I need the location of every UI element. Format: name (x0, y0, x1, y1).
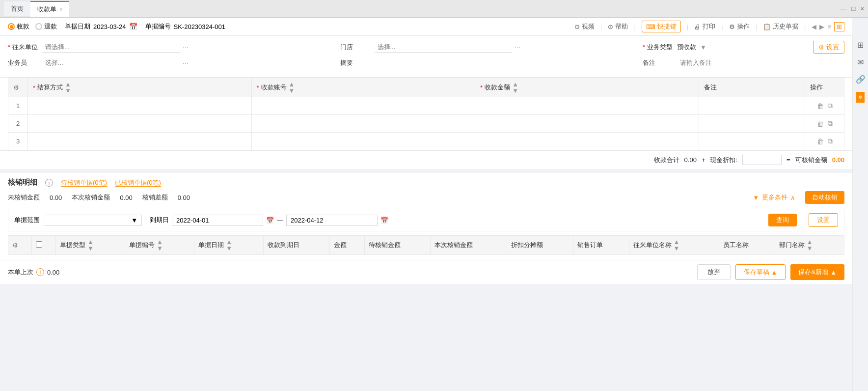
delete-row-2-icon[interactable]: 🗑 (817, 120, 824, 128)
panel-table-icon[interactable]: ⊞ (857, 40, 864, 50)
account-cell-1[interactable] (251, 97, 475, 115)
bottom-table-settings-icon[interactable]: ⚙ (12, 242, 18, 249)
bth-pending-amount: 待核销金额 (364, 236, 431, 255)
account-cell-3[interactable] (251, 133, 475, 150)
filter-settings-btn[interactable]: 设置 (809, 213, 838, 227)
operation-icon: ⚙ (729, 23, 735, 30)
remark-input[interactable] (677, 57, 814, 68)
settlement-cell-3[interactable] (28, 133, 252, 150)
panel-screenshot-icon[interactable]: ⌖ (856, 92, 865, 103)
counterpart-more-btn[interactable]: ··· (180, 43, 191, 51)
bth-discount: 折扣分摊额 (507, 236, 573, 255)
help-btn[interactable]: ⊙ 帮助 (608, 22, 628, 31)
staff-more-btn[interactable]: ··· (180, 59, 191, 67)
table-row: 2 🗑 ⧉ (8, 115, 844, 133)
receipt-table: ⚙ * 结算方式 ▲▼ * 收款账号 ▲▼ (8, 78, 844, 150)
discount-label: 现金折扣: (710, 156, 737, 165)
business-type-dropdown-icon[interactable]: ▼ (700, 44, 706, 51)
account-cell-2[interactable] (251, 115, 475, 133)
radio-refund[interactable]: 退款 (35, 22, 57, 31)
select-all-checkbox[interactable] (36, 241, 42, 248)
store-more-btn[interactable]: ··· (512, 43, 524, 51)
settlement-cell-1[interactable] (28, 97, 252, 115)
th-amount: * 收款金额 ▲▼ (475, 78, 699, 97)
pending-tab[interactable]: 待核销单据(0笔) (61, 178, 107, 187)
arrow-left-icon[interactable]: ◀ (812, 23, 816, 30)
last-info-icon[interactable]: i (36, 268, 44, 276)
settings-gear-icon: ⚙ (818, 44, 824, 51)
auto-verify-btn[interactable]: 自动核销 (805, 191, 844, 204)
settlement-cell-2[interactable] (28, 115, 252, 133)
row-num-3: 3 (8, 133, 28, 150)
bth-checkbox (31, 236, 55, 255)
print-icon: 🖨 (694, 23, 701, 30)
print-btn[interactable]: 🖨 打印 (694, 22, 715, 31)
mode-radio-group: 收款 退款 (8, 22, 57, 31)
bottom-table: ⚙ 单据类型 ▲▼ 单据编号 (8, 235, 844, 255)
date-value: 2023-03-24 (93, 23, 126, 30)
calendar-from-icon[interactable]: 📅 (266, 217, 274, 224)
grid-view-icon[interactable]: ⊞ (834, 22, 844, 31)
window-max-btn[interactable]: □ (852, 5, 856, 12)
summary-input[interactable] (375, 57, 512, 68)
th-remark: 备注 (699, 78, 805, 97)
range-select[interactable]: ▼ (44, 215, 142, 226)
operation-btn[interactable]: ⚙ 操作 (729, 22, 750, 31)
arrow-right-icon[interactable]: ▶ (819, 23, 824, 30)
business-type-select[interactable]: 预收款 ▼ (677, 43, 813, 52)
bth-current-amount: 本次核销金额 (431, 236, 507, 255)
remark-cell-3[interactable] (699, 133, 805, 150)
date-to-input[interactable] (286, 215, 378, 226)
discount-input[interactable] (742, 155, 782, 165)
calendar-icon[interactable]: 📅 (129, 23, 137, 30)
save-dropdown-icon[interactable]: ▲ (830, 269, 837, 276)
bth-due-date: 收款到期日 (264, 236, 330, 255)
bth-settings: ⚙ (8, 236, 32, 255)
delete-row-3-icon[interactable]: 🗑 (817, 138, 824, 145)
list-view-icon[interactable]: ≡ (827, 23, 831, 30)
window-close-btn[interactable]: × (860, 5, 864, 12)
th-settlement: * 结算方式 ▲▼ (28, 78, 252, 97)
draft-dropdown-icon[interactable]: ▲ (771, 269, 778, 276)
date-from-input[interactable] (172, 215, 263, 226)
settings-btn[interactable]: ⚙ 设置 (813, 41, 844, 54)
window-min-btn[interactable]: — (841, 5, 847, 12)
receipt-table-container: ⚙ * 结算方式 ▲▼ * 收款账号 ▲▼ (0, 78, 852, 150)
staff-input[interactable] (42, 57, 180, 68)
verify-info-icon[interactable]: i (45, 179, 53, 187)
th-operation: 操作 (805, 78, 844, 97)
amount-cell-1[interactable] (475, 97, 699, 115)
shortcut-icon: ⌨ (646, 23, 655, 30)
delete-row-1-icon[interactable]: 🗑 (817, 102, 824, 110)
table-settings-icon[interactable]: ⚙ (13, 84, 19, 91)
copy-row-1-icon[interactable]: ⧉ (828, 102, 833, 110)
tab-close-icon[interactable]: × (59, 6, 62, 12)
counterpart-input[interactable] (42, 42, 180, 53)
store-input[interactable] (375, 42, 512, 53)
save-btn[interactable]: 保存&新增 ▲ (790, 264, 844, 280)
amount-cell-3[interactable] (475, 133, 699, 150)
copy-row-3-icon[interactable]: ⧉ (828, 137, 833, 145)
more-conditions-btn[interactable]: ▼ 更多条件 ∧ (753, 193, 795, 202)
date-label: 单据日期 (65, 22, 90, 31)
history-btn[interactable]: 📋 历史单据 (763, 22, 798, 31)
video-btn[interactable]: ⊙ 视频 (574, 22, 595, 31)
copy-row-2-icon[interactable]: ⧉ (828, 119, 833, 128)
discard-btn[interactable]: 放弃 (697, 264, 731, 280)
panel-link-icon[interactable]: 🔗 (856, 75, 866, 84)
draft-btn[interactable]: 保存草稿 ▲ (735, 264, 786, 280)
footer-info: 本单上次 i 0.00 (8, 268, 59, 277)
shortcut-btn[interactable]: ⌨ 快捷键 (642, 21, 681, 32)
tab-receipt[interactable]: 收款单 × (30, 1, 69, 17)
tab-home[interactable]: 首页 (4, 1, 30, 16)
query-btn[interactable]: 查询 (768, 214, 797, 226)
calendar-to-icon[interactable]: 📅 (380, 217, 388, 224)
panel-email-icon[interactable]: ✉ (857, 57, 864, 67)
table-row: 1 🗑 ⧉ (8, 97, 844, 115)
amount-cell-2[interactable] (475, 115, 699, 133)
done-tab[interactable]: 已核销单据(0笔) (115, 178, 161, 187)
remark-cell-2[interactable] (699, 115, 805, 133)
no-label: 单据编号 (145, 22, 171, 31)
remark-cell-1[interactable] (699, 97, 805, 115)
radio-receipt[interactable]: 收款 (8, 22, 29, 31)
